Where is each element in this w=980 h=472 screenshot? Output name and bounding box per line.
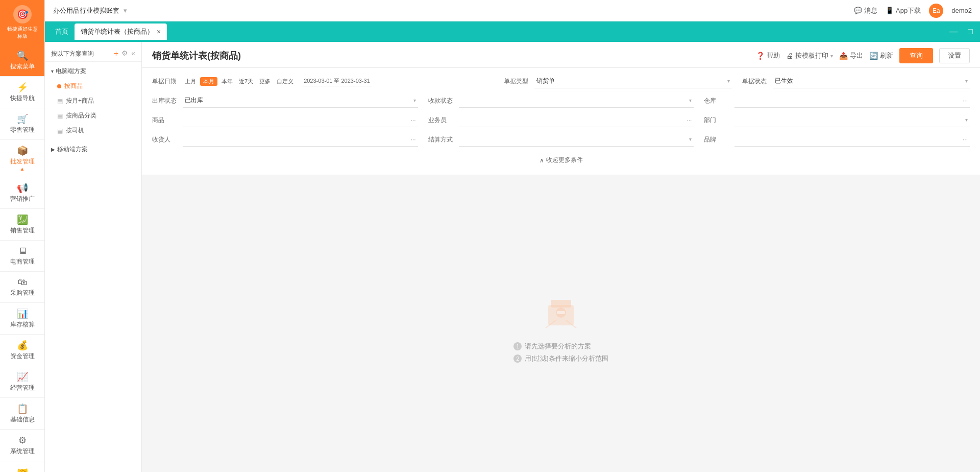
sidebar-finance-label: 资金管理 xyxy=(10,352,35,361)
print-btn[interactable]: 🖨 按模板打印 ▾ xyxy=(786,51,833,60)
wholesale-icon: 📦 xyxy=(17,145,28,156)
user-avatar[interactable]: Ea xyxy=(929,4,943,18)
operation-icon: 📈 xyxy=(17,371,28,383)
filter-item-by-month-product[interactable]: ▤ 按月+商品 xyxy=(45,93,141,108)
industry-dropdown-icon[interactable]: ▾ xyxy=(124,7,127,14)
filter-collapse-icon[interactable]: « xyxy=(131,49,135,58)
app-logo: 🎯 畅捷通好生意 标版 xyxy=(0,0,45,45)
brand-more: ··· xyxy=(963,136,968,143)
sidebar-item-enterprise[interactable]: 🤝 企业协同 xyxy=(0,461,44,472)
filter-add-icon[interactable]: + xyxy=(114,49,118,58)
sidebar-item-basic[interactable]: 📋 基础信息 xyxy=(0,398,44,430)
brand-control[interactable]: ··· xyxy=(734,132,970,147)
date-btn-thismonth[interactable]: 本月 xyxy=(200,77,217,86)
doctype-control[interactable]: 销货单 ▾ xyxy=(534,74,731,88)
filter-item-by-product[interactable]: 按商品 xyxy=(45,79,141,93)
help-btn[interactable]: ❓ 帮助 xyxy=(756,51,780,60)
sidebar-item-system[interactable]: ⚙ 系统管理 xyxy=(0,430,44,461)
print-icon: 🖨 xyxy=(786,52,793,60)
salesperson-control[interactable]: ··· xyxy=(459,113,694,127)
collapse-icon: ∧ xyxy=(540,157,544,164)
help-label: 帮助 xyxy=(767,51,780,60)
date-btn-custom[interactable]: 自定义 xyxy=(275,77,296,86)
filter-field-department: 部门 ▾ xyxy=(704,113,970,127)
by-product-label: 按商品 xyxy=(64,82,83,90)
sidebar-item-wholesale[interactable]: 📦 批发管理 ▲ xyxy=(0,140,44,177)
date-btn-7days[interactable]: 近7天 xyxy=(237,77,255,86)
date-btn-thisyear[interactable]: 本年 xyxy=(219,77,235,86)
query-button[interactable]: 查询 xyxy=(899,48,933,63)
department-arrow: ▾ xyxy=(965,117,968,123)
settlement-label: 结算方式 xyxy=(428,135,459,144)
tab-minimize-btn[interactable]: — xyxy=(946,26,961,37)
sidebar-retail-label: 零售管理 xyxy=(10,126,35,134)
sidebar-item-operation[interactable]: 📈 经营管理 xyxy=(0,366,44,398)
doctype-value: 销货单 xyxy=(536,77,725,85)
export-btn[interactable]: 📤 导出 xyxy=(839,51,863,60)
filter-field-warehouse: 仓库 ··· xyxy=(704,93,970,108)
sidebar-item-ecommerce[interactable]: 🖥 电商管理 xyxy=(0,241,44,272)
filter-settings-icon[interactable]: ⚙ xyxy=(121,49,128,58)
sidebar-basic-label: 基础信息 xyxy=(10,415,35,424)
docstatus-value: 已生效 xyxy=(775,77,963,85)
filter-field-wstatus: 出库状态 已出库 ▾ xyxy=(152,93,418,108)
tab-bar: 首页 销货单统计表（按商品） × — □ xyxy=(45,21,980,42)
sidebar-item-quicknav[interactable]: ⚡ 快捷导航 xyxy=(0,77,44,108)
tab-maximize-btn[interactable]: □ xyxy=(965,26,976,37)
search-icon: 🔍 xyxy=(17,50,28,61)
filter-item-by-warehouse[interactable]: ▤ 按司机 xyxy=(45,123,141,138)
app-download-btn[interactable]: 📱 App下载 xyxy=(886,6,921,15)
wstatus-control[interactable]: 已出库 ▾ xyxy=(183,93,418,108)
date-btn-lastmonth[interactable]: 上月 xyxy=(183,77,198,86)
settings-button[interactable]: 设置 xyxy=(939,48,970,63)
product-control[interactable]: ··· xyxy=(183,113,418,127)
sidebar-item-marketing[interactable]: 📢 营销推广 xyxy=(0,177,44,209)
wstatus-label: 出库状态 xyxy=(152,97,183,105)
system-icon: ⚙ xyxy=(18,435,27,446)
refresh-btn[interactable]: 🔄 刷新 xyxy=(869,51,893,60)
docstatus-arrow: ▾ xyxy=(965,78,968,84)
sidebar-marketing-label: 营销推广 xyxy=(10,195,35,203)
sidebar-item-finance[interactable]: 💰 资金管理 xyxy=(0,335,44,366)
avatar-text: Ea xyxy=(933,7,940,14)
tab-close-btn[interactable]: × xyxy=(157,28,161,36)
sidebar-wholesale-label: 批发管理 xyxy=(10,157,35,166)
sidebar-item-retail[interactable]: 🛒 零售管理 xyxy=(0,108,44,140)
sidebar-item-search[interactable]: 🔍 搜索菜单 xyxy=(0,45,44,77)
basic-icon: 📋 xyxy=(17,403,28,414)
docstatus-control[interactable]: 已生效 ▾ xyxy=(773,74,970,88)
filter-item-by-category[interactable]: ▤ 按商品分类 xyxy=(45,108,141,123)
sidebar-item-sales[interactable]: 💹 销售管理 xyxy=(0,209,44,241)
empty-tip-1: 1 请先选择要分析的方案 xyxy=(513,342,608,351)
filter-sidebar: 按以下方案查询 + ⚙ « ▾ 电脑端方案 按商品 ▤ 按月+ xyxy=(45,42,142,472)
filter-group-pc-header[interactable]: ▾ 电脑端方案 xyxy=(45,64,141,79)
message-btn[interactable]: 💬 消息 xyxy=(854,6,877,15)
docstatus-label: 单据状态 xyxy=(742,77,773,86)
empty-illustration xyxy=(535,285,586,336)
warehouse-control[interactable]: ··· xyxy=(734,93,970,108)
date-btn-more[interactable]: 更多 xyxy=(257,77,273,86)
product-more: ··· xyxy=(411,116,416,124)
print-label: 按模板打印 xyxy=(795,51,828,60)
filter-group-mobile-header[interactable]: ▶ 移动端方案 xyxy=(45,142,141,157)
sidebar-search-label: 搜索菜单 xyxy=(10,62,35,71)
sales-icon: 💹 xyxy=(17,214,28,225)
department-control[interactable]: ▾ xyxy=(734,113,970,127)
collapse-button[interactable]: ∧ 收起更多条件 xyxy=(152,152,970,169)
settlement-control[interactable]: ▾ xyxy=(459,132,694,147)
filter-group-mobile: ▶ 移动端方案 xyxy=(45,140,141,159)
sidebar-item-purchase[interactable]: 🛍 采购管理 xyxy=(0,272,44,303)
sidebar-item-inventory[interactable]: 📊 库存核算 xyxy=(0,303,44,335)
date-range-display[interactable]: 2023-03-01 至 2023-03-31 xyxy=(302,76,372,86)
username-label[interactable]: demo2 xyxy=(951,7,972,14)
mobile-group-label: 移动端方案 xyxy=(57,145,88,154)
by-warehouse-label: 按司机 xyxy=(66,126,84,135)
tab-active[interactable]: 销货单统计表（按商品） × xyxy=(75,23,167,40)
salesperson-label: 业务员 xyxy=(428,116,459,125)
filter-field-receiver: 收货人 ··· xyxy=(152,132,418,147)
tab-home[interactable]: 首页 xyxy=(49,23,75,40)
home-tab-label: 首页 xyxy=(55,27,68,36)
receiver-control[interactable]: ··· xyxy=(183,132,418,147)
refresh-icon: 🔄 xyxy=(869,52,878,60)
pstatus-control[interactable]: ▾ xyxy=(459,93,694,108)
